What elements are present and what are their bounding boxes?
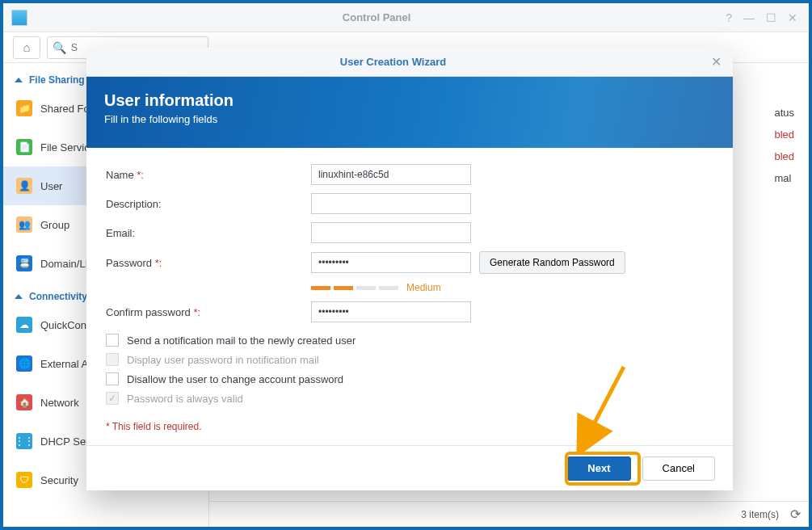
domain-icon: 📇 [16, 255, 32, 271]
email-input[interactable] [311, 222, 471, 243]
checkbox-label: Password is always valid [127, 393, 243, 405]
checkbox-label: Display user password in notification ma… [127, 354, 319, 366]
table-cell: mal [774, 162, 794, 184]
dialog-header: User Creation Wizard ✕ [86, 48, 733, 77]
shield-icon: 🛡 [16, 472, 32, 488]
window-titlebar: Control Panel ? — ☐ ✕ [3, 3, 809, 32]
column-header-status: atus [774, 107, 794, 119]
label-name: Name *: [106, 169, 311, 181]
folder-icon: 📁 [16, 100, 32, 116]
window-title: Control Panel [27, 11, 726, 23]
globe-icon: 🌐 [16, 355, 32, 372]
sidebar-item-label: Network [40, 397, 79, 409]
table-cell: bled [774, 141, 794, 162]
checkbox-icon [106, 372, 119, 385]
strength-bar [311, 286, 330, 290]
checkbox-disallow-change[interactable]: Disallow the user to change account pass… [106, 369, 713, 389]
label-confirm-password: Confirm password *: [106, 306, 311, 318]
user-icon: 👤 [16, 178, 32, 194]
checkbox-icon [106, 353, 119, 366]
status-bar: 3 item(s) ⟳ [209, 501, 809, 527]
dialog-hero: User information Fill in the following f… [86, 77, 733, 148]
app-icon [11, 10, 27, 26]
window-maximize-icon[interactable]: ☐ [766, 11, 776, 24]
checkbox-always-valid: Password is always valid [106, 389, 713, 408]
checkbox-label: Disallow the user to change account pass… [127, 373, 343, 385]
check-icon [106, 392, 119, 405]
dialog-title: User Creation Wizard [86, 56, 700, 68]
table-fragment: atus bled bled mal [774, 107, 794, 184]
window-minimize-icon[interactable]: — [743, 11, 755, 24]
home-button[interactable]: ⌂ [13, 36, 40, 59]
hero-title: User information [104, 91, 715, 110]
checkbox-display-password: Display user password in notification ma… [106, 350, 713, 369]
cloud-icon: ☁ [16, 317, 32, 333]
search-icon: 🔍 [53, 41, 66, 54]
strength-bar [356, 286, 376, 290]
table-cell: bled [774, 119, 794, 141]
sidebar-item-label: Security [40, 474, 78, 486]
network-icon: 🏠 [16, 394, 32, 410]
file-icon: 📄 [16, 139, 32, 155]
item-count: 3 item(s) [741, 509, 779, 520]
sidebar-item-label: Group [40, 219, 69, 231]
password-input[interactable] [311, 252, 471, 273]
strength-bar [379, 286, 398, 290]
dialog-footer: Next Cancel [86, 445, 733, 490]
label-email: Email: [106, 227, 311, 239]
strength-label: Medium [406, 282, 441, 293]
hero-subtitle: Fill in the following fields [104, 113, 715, 125]
confirm-password-input[interactable] [311, 301, 471, 322]
password-strength-meter: Medium [311, 282, 713, 293]
sidebar-item-label: User [40, 180, 62, 192]
strength-bar [334, 286, 353, 290]
checkbox-label: Send a notification mail to the newly cr… [127, 334, 356, 347]
dhcp-icon: ⋮⋮ [16, 433, 32, 449]
label-password: Password *: [106, 257, 311, 269]
description-input[interactable] [311, 193, 471, 214]
checkbox-send-mail[interactable]: Send a notification mail to the newly cr… [106, 330, 713, 350]
reload-icon[interactable]: ⟳ [790, 507, 801, 522]
generate-password-button[interactable]: Generate Random Password [479, 251, 625, 274]
label-description: Description: [106, 198, 311, 210]
name-input[interactable] [311, 164, 471, 185]
window-help-icon[interactable]: ? [726, 11, 732, 24]
user-creation-wizard-dialog: User Creation Wizard ✕ User information … [86, 48, 733, 490]
dialog-close-icon[interactable]: ✕ [700, 54, 733, 69]
checkbox-icon [106, 334, 119, 347]
next-button[interactable]: Next [567, 456, 630, 481]
required-note: * This field is required. [106, 421, 713, 432]
group-icon: 👥 [16, 217, 32, 233]
cancel-button[interactable]: Cancel [642, 456, 715, 481]
window-close-icon[interactable]: ✕ [788, 11, 797, 24]
